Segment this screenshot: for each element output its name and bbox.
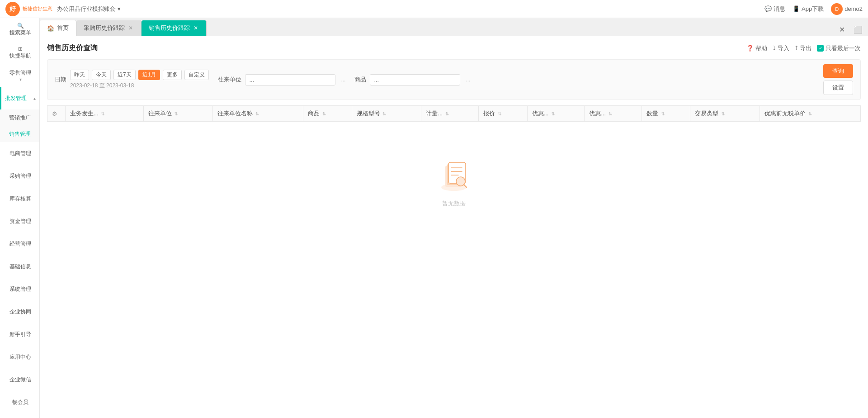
product-col-header[interactable]: 商品 ⇅ [303, 106, 352, 122]
sidebar-item-search-menu[interactable]: 🔍 搜索菜单 [0, 18, 39, 41]
sort-icon: ⇅ [101, 111, 104, 116]
unit-col-header[interactable]: 计量... ⇅ [421, 106, 479, 122]
app-download-button[interactable]: 📱 App下载 [793, 5, 824, 13]
sort-icon: ⇅ [609, 111, 612, 116]
download-icon: 📱 [793, 5, 800, 12]
product-input[interactable] [370, 74, 460, 86]
sidebar-item-inventory[interactable]: 库存核算 [0, 187, 39, 210]
partner-code-col-header[interactable]: 往来单位 ⇅ [143, 106, 213, 122]
sidebar-item-label: 企业微信 [9, 376, 31, 384]
product-dots: ... [466, 76, 470, 83]
empty-text: 暂无数据 [442, 200, 466, 208]
sidebar-item-member[interactable]: 畅会员 [0, 391, 39, 413]
sort-icon: ⇅ [255, 111, 259, 116]
tab-sales-history[interactable]: 销售历史价跟踪 ✕ [142, 20, 207, 36]
date-btn-7days[interactable]: 近7天 [113, 70, 136, 80]
setting-button[interactable]: 设置 [823, 81, 853, 95]
sidebar-item-beginner[interactable]: 新手引导 [0, 323, 39, 346]
import-icon: ⤵ [773, 45, 776, 52]
partner-input[interactable] [245, 74, 335, 86]
sidebar-item-enterprise-collab[interactable]: 企业协同 [0, 300, 39, 323]
partner-label: 往来单位 [218, 76, 241, 84]
export-button[interactable]: ⤴ 导出 [795, 44, 811, 52]
sidebar-item-label: 畅会员 [12, 399, 28, 406]
date-btn-1month[interactable]: 近1月 [138, 70, 160, 80]
sort-icon: ⇅ [322, 111, 326, 116]
tab-sales-label: 销售历史价跟踪 [149, 24, 190, 32]
help-button[interactable]: ❓ 帮助 [746, 44, 767, 52]
tab-sales-close[interactable]: ✕ [193, 24, 199, 32]
discount1-col-header[interactable]: 优惠... ⇅ [527, 106, 585, 122]
sidebar-item-ecommerce[interactable]: 电商管理 [0, 142, 39, 165]
sidebar-item-purchase-mgmt[interactable]: 采购管理 [0, 165, 39, 187]
date-btn-more[interactable]: 更多 [163, 70, 182, 80]
sidebar-item-operations[interactable]: 经营管理 [0, 233, 39, 255]
col-label: 规格型号 [357, 110, 380, 117]
data-table: ⚙ 业务发生... ⇅ 往来单位 ⇅ 往来单位名称 ⇅ [47, 105, 861, 122]
col-label: 计量... [426, 110, 443, 117]
sidebar-item-label: 电商管理 [9, 150, 31, 157]
grid-icon: ⊞ [18, 46, 23, 52]
sidebar-item-sales-mgmt[interactable]: 销售管理 [0, 126, 39, 142]
sidebar-item-quick-nav[interactable]: ⊞ 快捷导航 [0, 41, 39, 64]
search-icon: 🔍 [17, 23, 24, 29]
spec-col-header[interactable]: 规格型号 ⇅ [352, 106, 421, 122]
date-btn-yesterday[interactable]: 昨天 [70, 70, 89, 80]
col-label: 往来单位名称 [217, 110, 253, 117]
tab-home[interactable]: 🏠 首页 [40, 20, 76, 36]
help-icon: ❓ [746, 45, 754, 52]
col-label: 优惠... [532, 110, 549, 117]
partner-name-col-header[interactable]: 往来单位名称 ⇅ [213, 106, 303, 122]
date-range-text: 2023-02-18 至 2023-03-18 [70, 82, 209, 90]
sidebar-item-label: 快捷导航 [9, 52, 31, 60]
pretax-price-col-header[interactable]: 优惠前无税单价 ⇅ [760, 106, 861, 122]
username-label: demo2 [844, 5, 863, 12]
top-bar-right: 💬 消息 📱 App下载 D demo2 [764, 3, 863, 15]
close-all-tabs-button[interactable]: ✕ [835, 23, 848, 36]
search-button[interactable]: 查询 [823, 64, 853, 78]
tab-purchase-close[interactable]: ✕ [127, 24, 134, 32]
col-label: 业务发生... [70, 110, 99, 117]
date-btn-custom[interactable]: 自定义 [184, 70, 209, 80]
sidebar-item-wholesale-mgmt[interactable]: 批发管理 ▴ [0, 87, 39, 109]
partner-filter-group: 往来单位 ... [218, 74, 345, 86]
sort-icon: ⇅ [382, 111, 386, 116]
import-button[interactable]: ⤵ 导入 [773, 44, 789, 52]
biz-date-col-header[interactable]: 业务发生... ⇅ [66, 106, 144, 122]
sidebar-item-app-center[interactable]: 应用中心 [0, 346, 39, 368]
sidebar-item-finance[interactable]: 资金管理 [0, 210, 39, 233]
sidebar-item-label: 应用中心 [9, 353, 31, 361]
top-bar-left: 好 畅捷信好生意 办公用品行业模拟账套 ▾ [5, 2, 121, 16]
sidebar-item-system-mgmt[interactable]: 系统管理 [0, 278, 39, 300]
sidebar-item-basic-info[interactable]: 基础信息 [0, 255, 39, 278]
sort-icon: ⇅ [721, 111, 725, 116]
sidebar-item-enterprise-wechat[interactable]: 企业微信 [0, 368, 39, 391]
sort-icon: ⇅ [551, 111, 555, 116]
col-label: 报价 [483, 110, 495, 117]
tab-purchase-history[interactable]: 采购历史价跟踪 ✕ [76, 20, 142, 36]
only-last-checkbox-group[interactable]: ✓ 只看最后一次 [817, 44, 861, 52]
date-btn-today[interactable]: 今天 [92, 70, 111, 80]
app-selector[interactable]: 办公用品行业模拟账套 ▾ [57, 5, 121, 13]
quote-col-header[interactable]: 报价 ⇅ [479, 106, 528, 122]
tab-purchase-label: 采购历史价跟踪 [84, 24, 125, 32]
sidebar-item-retail-mgmt[interactable]: 零售管理 ▾ [0, 64, 39, 87]
col-label: 交易类型 [695, 110, 718, 117]
trade-type-col-header[interactable]: 交易类型 ⇅ [690, 106, 760, 122]
product-label: 商品 [354, 76, 366, 84]
message-button[interactable]: 💬 消息 [764, 5, 785, 13]
date-filter-group: 日期 昨天 今天 近7天 近1月 更多 自定义 2023-02-18 至 202… [55, 70, 209, 90]
sidebar-item-marketing[interactable]: 营销推广 [0, 109, 39, 126]
gear-icon[interactable]: ⚙ [52, 110, 57, 117]
partner-dots: ... [341, 76, 345, 83]
table-header: ⚙ 业务发生... ⇅ 往来单位 ⇅ 往来单位名称 ⇅ [47, 106, 861, 122]
user-menu[interactable]: D demo2 [831, 3, 863, 15]
discount2-col-header[interactable]: 优惠... ⇅ [585, 106, 642, 122]
sidebar-item-label: 搜索菜单 [9, 29, 31, 37]
message-label: 消息 [774, 5, 785, 13]
col-label: 优惠前无税单价 [764, 110, 806, 117]
maximize-button[interactable]: ⬜ [852, 23, 864, 36]
only-last-label: 只看最后一次 [826, 44, 861, 52]
quantity-col-header[interactable]: 数量 ⇅ [642, 106, 690, 122]
sidebar-item-label: 基础信息 [9, 263, 31, 271]
